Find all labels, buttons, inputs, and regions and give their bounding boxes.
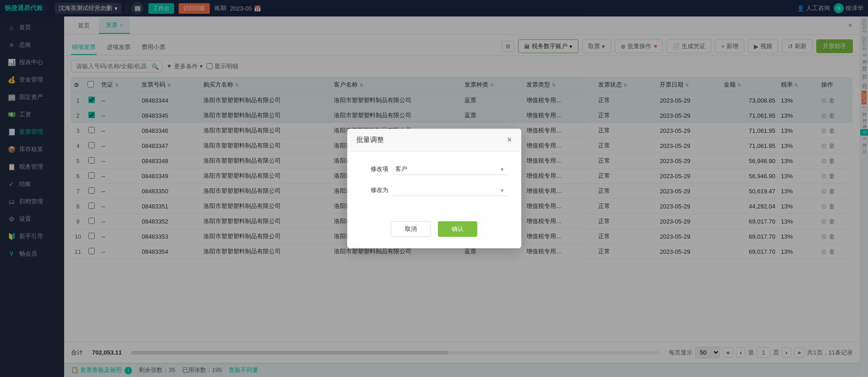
field-select-wrap: 客户 发票类型 发票状态 开票日期 ▾ <box>393 163 508 175</box>
form-row-field: 修改项 客户 发票类型 发票状态 开票日期 ▾ <box>361 163 508 175</box>
modal-header: 批量调整 × <box>347 129 521 152</box>
batch-adjust-modal: 批量调整 × 修改项 客户 发票类型 发票状态 开票日期 ▾ 修改为 <box>347 129 521 248</box>
modal-body: 修改项 客户 发票类型 发票状态 开票日期 ▾ 修改为 <box>347 152 521 217</box>
form-row-value: 修改为 ▾ <box>361 184 508 196</box>
modal-overlay[interactable]: 批量调整 × 修改项 客户 发票类型 发票状态 开票日期 ▾ 修改为 <box>0 0 868 377</box>
value-select-wrap: ▾ <box>393 184 508 196</box>
modal-confirm-btn[interactable]: 确认 <box>438 221 477 237</box>
modal-close-btn[interactable]: × <box>507 135 512 145</box>
modal-cancel-btn[interactable]: 取消 <box>391 221 431 237</box>
value-label: 修改为 <box>361 186 388 194</box>
field-label: 修改项 <box>361 165 388 173</box>
field-select[interactable]: 客户 发票类型 发票状态 开票日期 <box>393 163 508 175</box>
modal-title: 批量调整 <box>356 136 384 144</box>
modal-footer: 取消 确认 <box>347 217 521 248</box>
value-select[interactable] <box>393 184 508 196</box>
